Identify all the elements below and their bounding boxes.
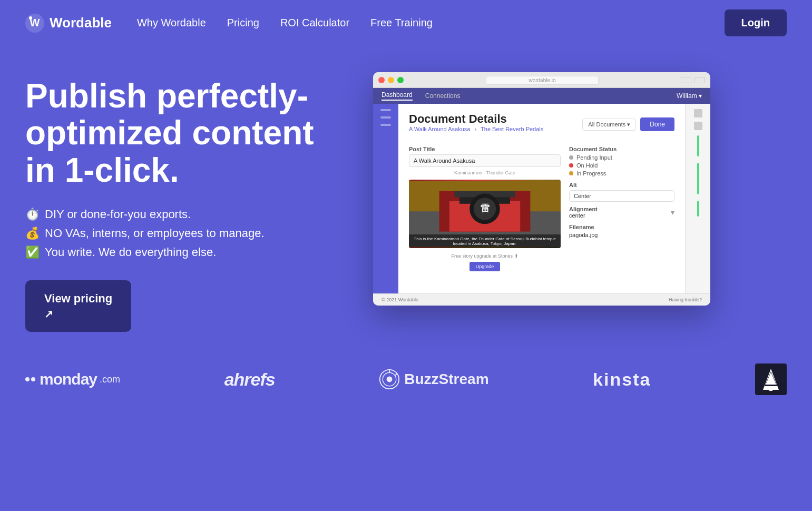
feature-2-emoji: 💰 xyxy=(25,227,40,240)
kinsta-logo: kinsta xyxy=(593,369,651,390)
maximize-icon[interactable] xyxy=(397,77,404,83)
filename-value: pagoda.jpg xyxy=(569,232,674,238)
app-right-panel xyxy=(685,104,710,293)
upgrade-prompt: Free story upgrade at Stories ⬆ xyxy=(409,253,561,259)
done-button[interactable]: Done xyxy=(640,117,674,131)
ahrefs-logo-text: ahrefs xyxy=(224,369,275,390)
status-progress-label: In Progress xyxy=(576,170,606,176)
alignment-label-group: Alignment center xyxy=(569,206,598,219)
panel-bar-3 xyxy=(697,201,699,217)
nav-roi-calculator[interactable]: ROI Calculator xyxy=(280,17,349,29)
feature-1: ⏱️ DIY or done-for-you exports. xyxy=(25,208,341,221)
stanford-logo xyxy=(755,363,787,395)
svg-text:雷: 雷 xyxy=(481,203,490,213)
upgrade-button[interactable]: Upgrade xyxy=(469,262,501,271)
feature-2-text: NO VAs, interns, or employees to manage. xyxy=(45,227,265,240)
document-status-label: Document Status xyxy=(569,146,674,152)
breadcrumb-item-2[interactable]: The Best Reverb Pedals xyxy=(481,126,543,132)
cta-arrow-icon: ↗ xyxy=(44,308,53,320)
window-titlebar: wordable.io xyxy=(373,72,710,88)
close-icon[interactable] xyxy=(378,77,385,83)
minimize-icon[interactable] xyxy=(388,77,394,83)
doc-left-column: Post Title A Walk Around Asakusa Kaminar… xyxy=(409,142,561,271)
buzzstream-logo-text: BuzzStream xyxy=(404,371,488,388)
panel-icon-1 xyxy=(694,109,702,117)
feature-1-text: DIY or done-for-you exports. xyxy=(45,208,191,221)
window-nav-bar: Dashboard Connections William ▾ xyxy=(373,88,710,104)
navbar: W Wordable Why Wordable Pricing ROI Calc… xyxy=(0,0,812,46)
status-dot-hold xyxy=(569,163,573,168)
nav-why-wordable[interactable]: Why Wordable xyxy=(137,17,206,29)
sidebar-item xyxy=(380,124,391,126)
svg-point-14 xyxy=(387,377,393,382)
doc-content: Post Title A Walk Around Asakusa Kaminar… xyxy=(409,142,674,271)
svg-line-16 xyxy=(395,374,397,376)
alignment-dropdown-icon[interactable]: ▾ xyxy=(671,208,674,217)
sidebar-item xyxy=(380,109,391,111)
alignment-section: Alignment center ▾ xyxy=(569,206,674,219)
sidebar-item xyxy=(380,116,391,119)
breadcrumb-separator: › xyxy=(474,126,476,132)
logo-icon: W xyxy=(25,14,44,33)
panel-icon-2 xyxy=(694,122,702,130)
status-dot-progress xyxy=(569,171,573,175)
monday-logo-text: monday .com xyxy=(25,370,120,388)
post-title-input[interactable]: A Walk Around Asakusa xyxy=(409,154,561,167)
hero-features: ⏱️ DIY or done-for-you exports. 💰 NO VAs… xyxy=(25,208,341,259)
alignment-value: center xyxy=(569,212,598,219)
dashboard-tab[interactable]: Dashboard xyxy=(381,91,413,101)
alt-input[interactable]: Center xyxy=(569,190,674,202)
monday-logo: monday .com xyxy=(25,370,120,388)
post-title-label: Post Title xyxy=(409,146,561,152)
user-label: William ▾ xyxy=(677,92,702,100)
feature-3-emoji: ✅ xyxy=(25,245,40,259)
login-button[interactable]: Login xyxy=(725,9,787,36)
svg-point-2 xyxy=(29,16,32,19)
logo[interactable]: W Wordable xyxy=(25,14,112,33)
breadcrumb-item-1[interactable]: A Walk Around Asakusa xyxy=(409,126,470,132)
nav-pricing[interactable]: Pricing xyxy=(227,17,259,29)
logos-section: monday .com ahrefs BuzzStream kinsta xyxy=(0,332,812,416)
doc-right-column: Document Status Pending Input On Hold xyxy=(569,142,674,271)
status-in-progress: In Progress xyxy=(569,170,674,176)
stanford-tree-icon xyxy=(758,366,784,392)
footer-copyright: © 2021 Wordable xyxy=(381,297,418,302)
window-body: Document Details A Walk Around Asakusa ›… xyxy=(373,104,710,293)
app-sidebar xyxy=(373,104,398,293)
status-hold-label: On Hold xyxy=(576,162,598,169)
hero-title: Publish perfectly-optimized content in 1… xyxy=(25,77,341,189)
status-pending: Pending Input xyxy=(569,154,674,161)
view-pricing-button[interactable]: View pricing ↗ xyxy=(25,280,131,332)
status-dot-pending xyxy=(569,155,573,160)
hero-section: Publish perfectly-optimized content in 1… xyxy=(0,46,812,332)
footer-trouble[interactable]: Having trouble? xyxy=(669,297,702,302)
status-on-hold: On Hold xyxy=(569,162,674,169)
document-image: 雷 This is the Kaminarimon Gate, the Thun… xyxy=(409,180,561,248)
all-documents-button[interactable]: All Documents ▾ xyxy=(582,119,636,131)
upgrade-section: Free story upgrade at Stories ⬆ Upgrade xyxy=(409,253,561,271)
doc-title-main: Document Details A Walk Around Asakusa ›… xyxy=(409,112,543,136)
app-window: wordable.io Dashboard Connections Willia… xyxy=(373,72,710,306)
connections-tab[interactable]: Connections xyxy=(425,92,461,100)
app-main-content: Document Details A Walk Around Asakusa ›… xyxy=(398,104,685,293)
app-screenshot: wordable.io Dashboard Connections Willia… xyxy=(373,67,787,306)
image-platform-label: Kaminarimon · Thunder Gate xyxy=(409,170,561,175)
logo-text: Wordable xyxy=(50,15,112,31)
feature-2: 💰 NO VAs, interns, or employees to manag… xyxy=(25,227,341,240)
buzzstream-logo: BuzzStream xyxy=(379,369,488,390)
document-status-section: Document Status Pending Input On Hold xyxy=(569,146,674,176)
buzzstream-icon xyxy=(379,369,400,390)
nav-free-training[interactable]: Free Training xyxy=(370,17,433,29)
svg-rect-21 xyxy=(769,388,772,391)
doc-header: Document Details A Walk Around Asakusa ›… xyxy=(409,112,674,136)
feature-1-emoji: ⏱️ xyxy=(25,208,40,221)
window-footer: © 2021 Wordable Having trouble? xyxy=(373,293,710,306)
panel-bar-1 xyxy=(697,135,699,156)
image-caption: This is the Kaminarimon Gate, the Thunde… xyxy=(409,234,561,248)
feature-3: ✅ You write. We do everything else. xyxy=(25,245,341,259)
breadcrumb: A Walk Around Asakusa › The Best Reverb … xyxy=(409,126,543,132)
cta-label: View pricing xyxy=(44,292,112,306)
kinsta-logo-text: kinsta xyxy=(593,369,651,390)
feature-3-text: You write. We do everything else. xyxy=(45,245,216,259)
alt-label: Alt xyxy=(569,182,674,188)
